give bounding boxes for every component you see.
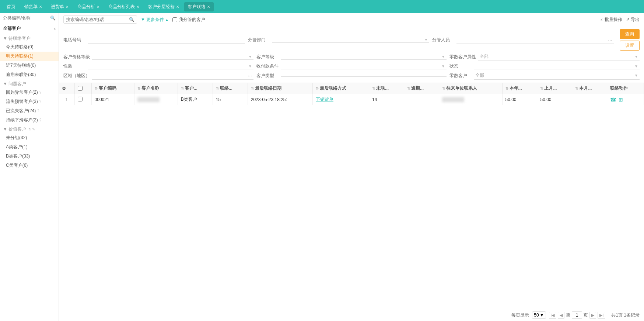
help-abnormal-icon: ? [39, 90, 42, 94]
close-customer-layer-icon[interactable]: ✕ [176, 5, 179, 9]
next-page-btn[interactable]: ▶ [589, 312, 596, 319]
gear-icon[interactable]: ⚙ [62, 86, 66, 91]
per-page-select[interactable]: 50 ▼ [532, 311, 546, 319]
prev-page-btn[interactable]: ◀ [558, 312, 564, 319]
row-last-date: 2023-05-23 18:25: [248, 94, 312, 105]
col-code-header[interactable]: ⇅ 客户编码 [91, 83, 134, 94]
col-name-header[interactable]: ⇅ 客户名称 [134, 83, 178, 94]
sidebar-tomorrow-contact[interactable]: 明天待联络(1) [0, 52, 59, 61]
col-thisyear-header[interactable]: ⇅ 本年... [502, 83, 537, 94]
row-last-method: 下销货单 [312, 94, 369, 105]
search-icon[interactable]: 🔍 [129, 17, 134, 22]
search-input-wrap: 🔍 [63, 15, 137, 24]
close-product-list-icon[interactable]: ✕ [136, 5, 139, 9]
my-customer-checkbox[interactable] [172, 17, 177, 22]
nav-customer-layer[interactable]: 客户分层经营 ✕ [144, 2, 183, 11]
nav-product-analysis-list[interactable]: 商品分析列表 ✕ [105, 2, 143, 11]
export-btn[interactable]: ↗ 导出 [626, 17, 640, 23]
row-this-month [572, 94, 607, 105]
filter-dept: 分管部门 ▼ [248, 37, 430, 43]
filter-nature-select[interactable]: ▼ [88, 63, 253, 69]
row-checkbox[interactable] [78, 97, 83, 101]
close-sales-icon[interactable]: ✕ [39, 5, 42, 9]
col-contact-header[interactable]: ⇅ 联络... [213, 83, 248, 94]
filter-retail-select[interactable]: 全部 ▼ [474, 72, 640, 80]
sidebar-all-customers[interactable]: 全部客户 « [0, 23, 59, 34]
filter-phone-input[interactable] [88, 37, 245, 44]
nav-purchase-order[interactable]: 进货单 ✕ [47, 2, 72, 11]
filter-retail-customer: 零散客户 全部 ▼ [449, 72, 640, 80]
batch-op-btn[interactable]: ☑ 批量操作 [599, 17, 622, 23]
filter-manager-select[interactable]: ··· [456, 36, 614, 44]
filter-action-btns: 查询 设置 [620, 29, 640, 51]
sidebar-class-b[interactable]: B类客户(33) [0, 152, 59, 161]
page-nav: |◀ ◀ 第 页 ▶ ▶| [549, 311, 606, 319]
filter-payment-select[interactable]: ▼ [281, 63, 447, 69]
refresh-icon[interactable]: ↻ [28, 127, 31, 131]
col-check-header[interactable] [74, 83, 91, 94]
sidebar-churn-warning[interactable]: 流失预警客户(3) ? [0, 97, 59, 106]
col-lastmethod-header[interactable]: ⇅ 最后联络方式 [312, 83, 369, 94]
sidebar-search-icon[interactable]: 🔍 [50, 15, 56, 21]
filter-level-select[interactable]: ▼ [281, 54, 447, 60]
sidebar-7day-contact[interactable]: 近7天待联络(0) [0, 61, 59, 70]
sidebar-declining[interactable]: 持续下滑客户(2) ? [0, 115, 59, 125]
row-check[interactable] [74, 94, 91, 105]
page-number-input[interactable] [572, 311, 582, 319]
more-filter-btn[interactable]: ▼ 更多条件 ▲ [141, 17, 169, 23]
close-product-analysis-icon[interactable]: ✕ [97, 5, 99, 9]
sidebar: 🔍 全部客户 « ▼ 待联络客户 今天待联络(0) 明天待联络(1) 近7天待联… [0, 13, 59, 321]
sidebar-overdue-contact[interactable]: 逾期未联络(30) [0, 70, 59, 79]
settings-btn[interactable]: 设置 [620, 41, 640, 51]
filter-panel: 电话号码 分管部门 ▼ 分管人员 ··· [59, 26, 644, 83]
sidebar-today-contact[interactable]: 今天待联络(0) [0, 42, 59, 52]
close-purchase-icon[interactable]: ✕ [66, 5, 69, 9]
nav-sales-order[interactable]: 销货单 ✕ [21, 2, 46, 11]
query-btn[interactable]: 查询 [620, 29, 640, 39]
filter-retail-attr: 零散客户属性 全部 ▼ [449, 53, 640, 61]
search-bar: 🔍 ▼ 更多条件 ▲ 我分管的客户 ☑ 批量操作 ↗ 导出 [59, 13, 644, 26]
manager-dots-icon[interactable]: ··· [608, 37, 612, 43]
filter-grade-select[interactable]: ▼ [92, 54, 253, 60]
first-page-btn[interactable]: |◀ [549, 312, 557, 319]
col-contact-person-header[interactable]: ⇅ 往来单位联系人 [439, 83, 503, 94]
filter-price-grade: 客户价格等级 ▼ [63, 54, 253, 60]
grid-action-icon[interactable]: ⊞ [619, 97, 623, 103]
col-overdue-header[interactable]: ⇅ 逾期... [404, 83, 439, 94]
col-type-header[interactable]: ⇅ 客户... [178, 83, 213, 94]
sidebar-churned[interactable]: 已流失客户(24) ? [0, 106, 59, 115]
filter-dept-select[interactable]: ▼ [272, 37, 430, 43]
filter-region-select[interactable]: ··· [92, 72, 253, 80]
sort-overdue-icon: ⇅ [407, 86, 410, 90]
close-customer-contact-icon[interactable]: ✕ [207, 5, 210, 9]
filter-retail-attr-select[interactable]: 全部 ▼ [478, 53, 640, 61]
search-input[interactable] [66, 17, 127, 22]
sidebar-class-c[interactable]: C类客户(6) [0, 161, 59, 170]
sort-date-icon: ⇅ [251, 86, 254, 90]
phone-action-icon[interactable]: ☎ [610, 97, 616, 103]
payment-chevron-icon: ▼ [441, 64, 445, 68]
sidebar-ungrouped[interactable]: 未分组(32) [0, 133, 59, 142]
filter-type-select[interactable] [281, 75, 447, 77]
row-contact-person [439, 94, 503, 105]
col-gear-header[interactable]: ⚙ [59, 83, 74, 94]
col-uncontacted-header[interactable]: ⇅ 未联... [369, 83, 404, 94]
select-all-checkbox[interactable] [78, 86, 83, 91]
col-lastdate-header[interactable]: ⇅ 最后联络日期 [248, 83, 312, 94]
sidebar-class-a[interactable]: A类客户(1) [0, 142, 59, 152]
region-dots-icon[interactable]: ··· [248, 73, 252, 79]
last-page-btn[interactable]: ▶| [598, 312, 605, 319]
nav-home[interactable]: 首页 [3, 2, 19, 11]
row-type: B类客户 [178, 94, 213, 105]
sidebar-search-input[interactable] [3, 15, 49, 21]
nav-product-analysis[interactable]: 商品分析 ✕ [74, 2, 103, 11]
filter-status-select[interactable]: ▼ [474, 63, 640, 69]
col-thismonth-header[interactable]: ⇅ 本月... [572, 83, 607, 94]
sidebar-abnormal-repurchase[interactable]: 回购异常客户(2) ? [0, 88, 59, 97]
col-lastmonth-header[interactable]: ⇅ 上月... [537, 83, 572, 94]
edit-value-icon[interactable]: ✎ [32, 127, 35, 131]
filter-status: 状态 ▼ [449, 63, 640, 69]
action-icons: ☎ ⊞ [610, 97, 641, 103]
table-area: ⚙ ⇅ 客户编码 ⇅ [59, 83, 644, 309]
nav-customer-contact[interactable]: 客户联络 ✕ [184, 2, 214, 11]
